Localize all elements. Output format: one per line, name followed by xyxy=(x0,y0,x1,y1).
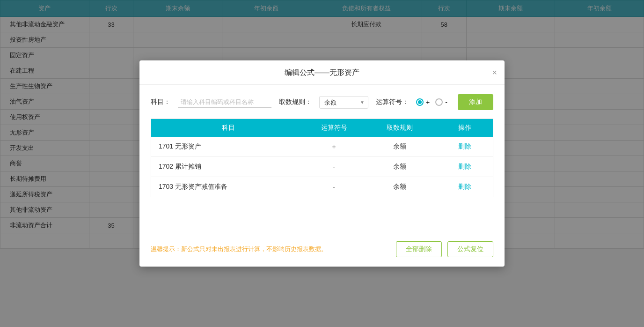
delete-button[interactable]: 删除 xyxy=(458,163,471,170)
delete-button[interactable]: 删除 xyxy=(458,142,471,150)
cell-action: 删除 xyxy=(437,137,493,157)
operator-plus-label: + xyxy=(426,98,430,106)
cell-rule: 余额 xyxy=(362,157,437,177)
modal-dialog: 编辑公式——无形资产 × 科目： 取数规则： 余额借方贷方借方发生额贷方发生额 … xyxy=(139,60,505,267)
formula-table: 科目 运算符号 取数规则 操作 1701 无形资产+余额删除1702 累计摊销-… xyxy=(151,119,493,197)
reset-button[interactable]: 公式复位 xyxy=(447,241,493,257)
operator-label: 运算符号： xyxy=(376,98,409,106)
cell-operator: - xyxy=(306,177,362,197)
table-header-action: 操作 xyxy=(437,119,493,137)
cell-subject: 1702 累计摊销 xyxy=(151,157,306,177)
cell-operator: - xyxy=(306,157,362,177)
delete-all-button[interactable]: 全部删除 xyxy=(396,241,442,257)
subject-label: 科目： xyxy=(151,98,170,106)
table-row: 1701 无形资产+余额删除 xyxy=(151,137,493,157)
add-button[interactable]: 添加 xyxy=(458,94,493,110)
page-container: 资产 行次 期末余额 年初余额 负债和所有者权益 行次 期末余额 年初余额 其他… xyxy=(0,0,644,327)
table-row: 1703 无形资产减值准备-余额删除 xyxy=(151,177,493,197)
modal-overlay: 编辑公式——无形资产 × 科目： 取数规则： 余额借方贷方借方发生额贷方发生额 … xyxy=(0,0,644,327)
modal-body: 科目： 取数规则： 余额借方贷方借方发生额贷方发生额 ▼ 运算符号： + xyxy=(139,85,505,236)
table-header-operator: 运算符号 xyxy=(306,119,362,137)
operator-minus-radio[interactable]: - xyxy=(435,98,447,106)
cell-rule: 余额 xyxy=(362,177,437,197)
cell-action: 删除 xyxy=(437,177,493,197)
rule-label: 取数规则： xyxy=(279,98,312,106)
operator-minus-label: - xyxy=(445,98,447,106)
cell-action: 删除 xyxy=(437,157,493,177)
cell-subject: 1703 无形资产减值准备 xyxy=(151,177,306,197)
radio-minus-indicator xyxy=(435,98,443,106)
form-row: 科目： 取数规则： 余额借方贷方借方发生额贷方发生额 ▼ 运算符号： + xyxy=(151,94,493,110)
operator-plus-radio[interactable]: + xyxy=(416,98,430,106)
modal-header: 编辑公式——无形资产 × xyxy=(139,60,505,85)
table-header-rule: 取数规则 xyxy=(362,119,437,137)
cell-rule: 余额 xyxy=(362,137,437,157)
radio-plus-indicator xyxy=(416,98,424,106)
footer-buttons: 全部删除 公式复位 xyxy=(396,241,493,257)
modal-footer: 温馨提示：新公式只对未出报表进行计算，不影响历史报表数据。 全部删除 公式复位 xyxy=(139,236,505,267)
delete-button[interactable]: 删除 xyxy=(458,183,471,190)
modal-title: 编辑公式——无形资产 xyxy=(285,68,359,76)
table-row: 1702 累计摊销-余额删除 xyxy=(151,157,493,177)
modal-close-button[interactable]: × xyxy=(492,68,497,77)
cell-operator: + xyxy=(306,137,362,157)
rule-select[interactable]: 余额借方贷方借方发生额贷方发生额 xyxy=(319,96,368,109)
operator-radio-group: + - xyxy=(416,98,447,106)
table-header-subject: 科目 xyxy=(151,119,306,137)
subject-input[interactable] xyxy=(178,97,271,108)
rule-select-wrapper: 余额借方贷方借方发生额贷方发生额 ▼ xyxy=(319,96,368,109)
cell-subject: 1701 无形资产 xyxy=(151,137,306,157)
footer-tip: 温馨提示：新公式只对未出报表进行计算，不影响历史报表数据。 xyxy=(151,245,327,253)
